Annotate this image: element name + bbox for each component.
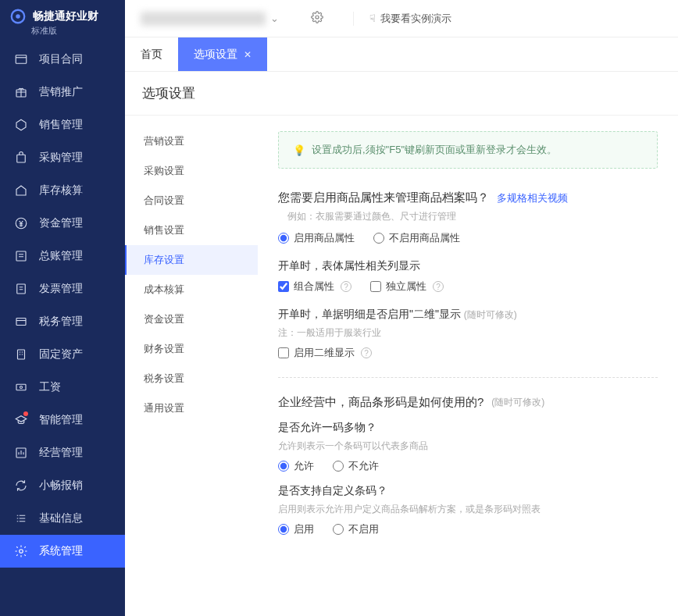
info-banner: 💡 设置成功后,须按"F5"键刷新页面或重新登录才会生效。	[278, 131, 658, 169]
divider	[278, 377, 658, 378]
svg-rect-7	[17, 284, 26, 294]
help-icon[interactable]: ?	[361, 347, 372, 358]
nav-ledger[interactable]: 总账管理	[0, 240, 125, 272]
demo-link[interactable]: ☟ 我要看实例演示	[353, 12, 451, 26]
q2-desc: 启用则表示允许用户定义商品条码解析方案，或是条形码对照表	[278, 503, 658, 516]
org-selector[interactable]: ⌄	[141, 12, 297, 26]
radio-disable[interactable]: 不启用	[333, 522, 379, 536]
nav-basic[interactable]: 基础信息	[0, 502, 125, 535]
demo-text: 我要看实例演示	[380, 12, 451, 26]
tab-home[interactable]: 首页	[125, 37, 178, 71]
subnav-general[interactable]: 通用设置	[125, 393, 258, 423]
question-title: 您需要启用商品属性来管理商品档案吗？ 多规格相关视频	[278, 190, 658, 205]
svg-rect-4	[17, 155, 26, 162]
enable-2d-row: 启用二维显示?	[278, 346, 658, 360]
tab-options[interactable]: 选项设置 ✕	[178, 37, 267, 71]
close-icon[interactable]: ✕	[244, 49, 252, 60]
tax-icon	[14, 315, 28, 329]
check-independent[interactable]: 独立属性?	[370, 280, 444, 294]
nav-funds[interactable]: 资金管理	[0, 207, 125, 240]
tab-bar: 首页 选项设置 ✕	[125, 37, 678, 72]
nav-label: 基础信息	[39, 511, 83, 525]
sidebar: 畅捷通好业财 标准版 项目合同 营销推广 销售管理 采购管理 库存核算 资金管理…	[0, 0, 125, 616]
tab-label: 选项设置	[194, 48, 237, 62]
help-icon[interactable]: ?	[341, 281, 351, 292]
nav-label: 销售管理	[39, 118, 83, 132]
nav-label: 库存核算	[39, 183, 83, 198]
section-barcode: 企业经营中，商品条形码是如何使用的? (随时可修改) 是否允许一码多物？ 允许则…	[278, 395, 658, 536]
nav-smart[interactable]: 智能管理	[0, 404, 125, 436]
nav-purchase[interactable]: 采购管理	[0, 141, 125, 174]
org-name-blurred	[141, 12, 266, 26]
subnav-inventory[interactable]: 库存设置	[125, 245, 258, 275]
nav-label: 总账管理	[39, 249, 83, 263]
topbar: ⌄ ☟ 我要看实例演示	[125, 0, 678, 37]
svg-rect-10	[16, 384, 26, 390]
radio-disable-attr[interactable]: 不启用商品属性	[373, 231, 460, 245]
nav-inventory[interactable]: 库存核算	[0, 174, 125, 207]
tab-label: 首页	[141, 48, 162, 62]
pointer-icon: ☟	[369, 12, 376, 24]
column-check-group: 组合属性? 独立属性?	[278, 280, 658, 294]
settings-icon[interactable]	[311, 11, 323, 26]
svg-rect-9	[18, 350, 25, 359]
check-combined[interactable]: 组合属性?	[278, 280, 351, 294]
nav-invoice[interactable]: 发票管理	[0, 272, 125, 305]
subnav-marketing[interactable]: 营销设置	[125, 126, 258, 156]
main-area: ⌄ ☟ 我要看实例演示 首页 选项设置 ✕ 选项设置 营销设置 采购设置 合同设…	[125, 0, 678, 616]
q1-radio-group: 允许 不允许	[278, 459, 658, 473]
radio-allow[interactable]: 允许	[278, 459, 314, 473]
subnav-funds[interactable]: 资金设置	[125, 304, 258, 334]
question-text: 您需要启用商品属性来管理商品档案吗？	[278, 190, 489, 205]
subnav-contract[interactable]: 合同设置	[125, 186, 258, 215]
svg-point-1	[16, 14, 20, 19]
section-product-attr: 您需要启用商品属性来管理商品档案吗？ 多规格相关视频 例如：衣服需要通过颜色、尺…	[278, 190, 658, 360]
list-icon	[14, 511, 28, 525]
nav-salary[interactable]: 工资	[0, 371, 125, 404]
subnav-tax[interactable]: 税务设置	[125, 364, 258, 393]
hint-text: (随时可修改)	[464, 309, 517, 320]
nav-system[interactable]: 系统管理	[0, 535, 125, 568]
nav-tax[interactable]: 税务管理	[0, 305, 125, 338]
nav-label: 税务管理	[39, 315, 83, 329]
question-title: 企业经营中，商品条形码是如何使用的? (随时可修改)	[278, 395, 658, 410]
settings-panel: 💡 设置成功后,须按"F5"键刷新页面或重新登录才会生效。 您需要启用商品属性来…	[258, 116, 678, 616]
building-icon	[14, 347, 28, 361]
svg-rect-2	[16, 55, 27, 64]
gear-icon	[14, 544, 28, 558]
nav-operation[interactable]: 经营管理	[0, 436, 125, 469]
svg-point-13	[20, 550, 23, 554]
nav-label: 经营管理	[39, 446, 83, 460]
nav-label: 项目合同	[39, 52, 83, 66]
subnav-sales[interactable]: 销售设置	[125, 215, 258, 245]
svg-rect-8	[16, 319, 26, 326]
nav-marketing[interactable]: 营销推广	[0, 76, 125, 109]
attr-radio-group: 启用商品属性 不启用商品属性	[278, 231, 658, 245]
nav-label: 发票管理	[39, 282, 83, 296]
subnav-purchase[interactable]: 采购设置	[125, 156, 258, 186]
nav-assets[interactable]: 固定资产	[0, 338, 125, 371]
nav-label: 资金管理	[39, 216, 83, 230]
gift-icon	[14, 85, 28, 99]
info-text: 设置成功后,须按"F5"键刷新页面或重新登录才会生效。	[312, 143, 557, 157]
subnav-finance[interactable]: 财务设置	[125, 334, 258, 364]
nav-expense[interactable]: 小畅报销	[0, 469, 125, 502]
chevron-down-icon: ⌄	[270, 12, 279, 24]
check-enable-2d[interactable]: 启用二维显示?	[278, 346, 372, 360]
help-icon[interactable]: ?	[433, 281, 444, 292]
nav-sales[interactable]: 销售管理	[0, 109, 125, 141]
sub-title-2d: 开单时，单据明细是否启用"二维"显示 (随时可修改)	[278, 308, 658, 322]
video-link[interactable]: 多规格相关视频	[497, 191, 568, 205]
radio-enable[interactable]: 启用	[278, 522, 314, 536]
sub-title-columns: 开单时，表体属性相关列显示	[278, 259, 658, 273]
nav-label: 小畅报销	[39, 479, 83, 493]
brand-name: 畅捷通好业财	[33, 9, 98, 23]
radio-disallow[interactable]: 不允许	[333, 459, 379, 473]
subnav-cost[interactable]: 成本核算	[125, 275, 258, 304]
salary-icon	[14, 380, 28, 394]
nav-project-contract[interactable]: 项目合同	[0, 43, 125, 76]
radio-enable-attr[interactable]: 启用商品属性	[278, 231, 355, 245]
page-title: 选项设置	[125, 72, 678, 116]
svg-point-11	[20, 386, 23, 389]
invoice-icon	[14, 282, 28, 296]
